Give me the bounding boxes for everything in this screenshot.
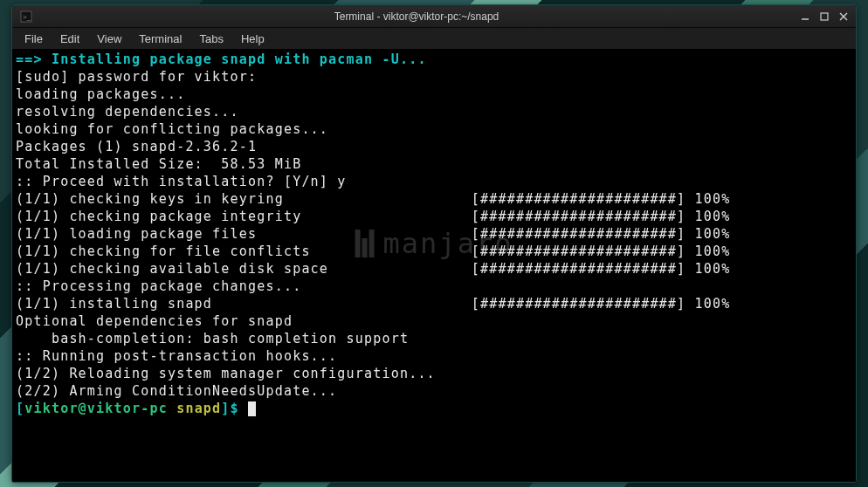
close-button[interactable] [835,9,852,24]
menu-tabs[interactable]: Tabs [190,30,231,48]
menu-terminal[interactable]: Terminal [130,30,190,48]
output-line: (2/2) Arming ConditionNeedsUpdate... [16,382,852,400]
output-line: ==> Installing package snapd with pacman… [16,51,852,68]
prompt-sep [168,401,176,416]
menu-help[interactable]: Help [232,30,273,48]
cursor [248,401,256,416]
output-line: (1/2) Reloading system manager configura… [16,365,852,382]
maximize-button[interactable] [816,9,833,24]
prompt-line: [viktor@viktor-pc snapd]$ [16,400,852,417]
svg-text:>_: >_ [23,13,31,21]
svg-rect-3 [821,13,828,20]
menu-file[interactable]: File [16,30,52,48]
output-line: Total Installed Size: 58.53 MiB [16,155,852,173]
output-line: (1/1) installing snapd [################… [16,295,852,312]
menu-edit[interactable]: Edit [52,30,88,48]
prompt-bracket-open: [ [16,401,24,416]
titlebar[interactable]: >_ Terminal - viktor@viktor-pc:~/snapd [12,5,856,28]
output-line: :: Proceed with installation? [Y/n] y [16,173,852,190]
terminal-output: ==> Installing package snapd with pacman… [16,51,852,417]
menu-view[interactable]: View [88,30,130,48]
output-line: loading packages... [16,86,852,103]
prompt-path: snapd [176,401,221,416]
output-line: :: Running post-transaction hooks... [16,347,852,365]
minimize-button[interactable] [796,9,814,24]
output-line: (1/1) checking package integrity [######… [16,208,852,225]
prompt-bracket-close: ]$ [221,401,248,416]
output-line: (1/1) loading package files [###########… [16,225,852,243]
menubar: File Edit View Terminal Tabs Help [12,28,856,49]
terminal-window: >_ Terminal - viktor@viktor-pc:~/snapd F… [11,4,857,483]
output-line: Optional dependencies for snapd [16,312,852,330]
app-icon: >_ [19,10,33,24]
output-line: bash-completion: bash completion support [16,330,852,347]
prompt-user: viktor@viktor-pc [24,401,168,416]
window-title: Terminal - viktor@viktor-pc:~/snapd [37,10,796,23]
output-line: (1/1) checking for file conflicts [#####… [16,243,852,260]
window-controls [796,9,852,24]
output-line: resolving dependencies... [16,103,852,120]
output-line: (1/1) checking keys in keyring [########… [16,190,852,208]
terminal-body[interactable]: manjaro ==> Installing package snapd wit… [12,49,856,482]
output-line: Packages (1) snapd-2.36.2-1 [16,138,852,155]
output-line: (1/1) checking available disk space [###… [16,260,852,278]
output-line: looking for conflicting packages... [16,120,852,138]
output-line: :: Processing package changes... [16,278,852,295]
output-line: [sudo] password for viktor: [16,68,852,86]
